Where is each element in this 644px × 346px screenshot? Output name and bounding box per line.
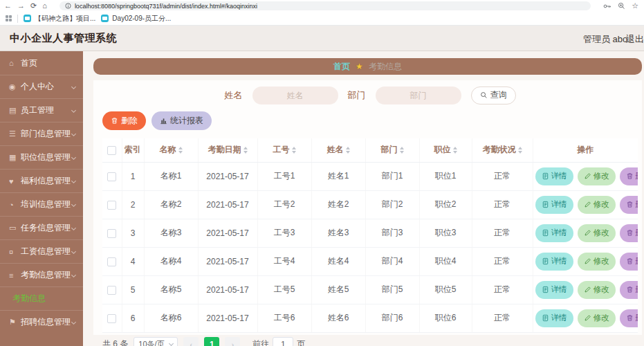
row-edit-label: 修改 xyxy=(594,313,609,323)
sidebar-item-welfare-info-mgmt[interactable]: ♥福利信息管理 xyxy=(0,169,83,192)
apps-grid-icon[interactable] xyxy=(6,15,12,21)
back-icon[interactable]: ← xyxy=(4,2,12,10)
chevron-down-icon xyxy=(71,155,76,160)
home-icon[interactable]: ⌂ xyxy=(42,2,47,10)
address-bar[interactable]: localhost:8080/springbootq731f/admin/dis… xyxy=(59,1,591,10)
sidebar-item-position-info-mgmt[interactable]: ▦职位信息管理 xyxy=(0,145,83,169)
row-detail-button[interactable]: 详情 xyxy=(535,309,573,327)
row-detail-button[interactable]: 详情 xyxy=(535,224,573,242)
query-button[interactable]: 查询 xyxy=(471,86,516,104)
breadcrumb-home[interactable]: 首页 xyxy=(333,61,350,73)
document-icon xyxy=(542,314,549,322)
forward-icon[interactable]: → xyxy=(17,2,25,10)
row-detail-button[interactable]: 详情 xyxy=(535,253,573,271)
password-key-icon[interactable] xyxy=(603,3,611,10)
row-actions-cell: 详情修改删除 xyxy=(533,190,638,219)
column-header-2[interactable]: 考勤日期 xyxy=(198,138,257,162)
dept-input[interactable] xyxy=(376,86,461,104)
logout-link[interactable]: 退出登录 xyxy=(626,33,644,46)
page-size-select[interactable]: 10条/页 xyxy=(134,337,178,346)
sidebar-item-label: 职位信息管理 xyxy=(21,152,71,163)
cell-person: 姓名5 xyxy=(311,275,365,304)
row-edit-button[interactable]: 修改 xyxy=(578,309,616,327)
cell-work_no: 工号2 xyxy=(257,190,311,219)
column-header-5[interactable]: 部门 xyxy=(365,138,419,162)
sort-carets-icon[interactable] xyxy=(518,147,522,154)
sidebar-item-employee-mgmt[interactable]: ▤员工管理 xyxy=(0,98,83,122)
column-header-7[interactable]: 考勤状况 xyxy=(472,138,533,162)
cell-date: 2021-05-17 xyxy=(198,190,257,219)
row-detail-button[interactable]: 详情 xyxy=(535,167,573,185)
row-checkbox[interactable] xyxy=(107,314,116,323)
bookmark-star-icon[interactable]: ☆ xyxy=(632,1,638,10)
sidebar-item-salary-info-mgmt[interactable]: ¤工资信息管理 xyxy=(0,239,83,263)
bookmark-item-2[interactable]: Day02-09-员工分... xyxy=(101,14,171,24)
sort-carets-icon[interactable] xyxy=(292,147,296,154)
sidebar-item-recruitment-info-mgmt[interactable]: ⚑招聘信息管理 xyxy=(0,310,83,334)
row-checkbox[interactable] xyxy=(107,257,116,266)
sidebar-item-personal-center[interactable]: ◉个人中心 xyxy=(0,75,83,98)
prev-page-button[interactable]: ‹ xyxy=(183,337,199,346)
row-checkbox[interactable] xyxy=(107,286,116,295)
next-page-button[interactable]: › xyxy=(225,337,240,346)
divider xyxy=(17,15,18,23)
sidebar-item-training-info-mgmt[interactable]: ◔培训信息管理 xyxy=(0,192,83,216)
row-checkbox[interactable] xyxy=(107,229,116,238)
breadcrumb-current: 考勤信息 xyxy=(369,61,402,73)
row-delete-button[interactable]: 删除 xyxy=(620,253,638,271)
row-edit-button[interactable]: 修改 xyxy=(578,167,616,185)
reload-icon[interactable]: ⟳ xyxy=(30,2,37,10)
row-detail-button[interactable]: 详情 xyxy=(535,281,573,299)
row-delete-button[interactable]: 删除 xyxy=(620,281,638,299)
sidebar-item-home[interactable]: ⌂首页 xyxy=(0,51,83,75)
sort-carets-icon[interactable] xyxy=(243,147,248,154)
select-all-checkbox[interactable] xyxy=(107,146,116,155)
column-header-4[interactable]: 姓名 xyxy=(311,138,365,162)
row-detail-button[interactable]: 详情 xyxy=(535,196,573,214)
bookmark-item-1[interactable]: 【码神之路】项目... xyxy=(24,14,95,24)
current-user-label[interactable]: 管理员 abo xyxy=(583,33,627,46)
column-header-label: 职位 xyxy=(434,144,451,156)
sort-carets-icon[interactable] xyxy=(453,147,457,154)
sidebar-item-task-info-mgmt[interactable]: ▭任务信息管理 xyxy=(0,216,83,239)
list-icon: ☰ xyxy=(9,129,21,138)
column-header-3[interactable]: 工号 xyxy=(257,138,311,162)
row-checkbox[interactable] xyxy=(107,172,116,181)
sidebar-item-department-info-mgmt[interactable]: ☰部门信息管理 xyxy=(0,122,83,145)
sidebar-subitem-attendance-info[interactable]: 考勤信息 xyxy=(0,286,83,310)
cell-person: 姓名3 xyxy=(311,219,365,247)
report-button[interactable]: 统计报表 xyxy=(151,111,212,130)
name-input[interactable] xyxy=(252,86,338,104)
row-delete-button[interactable]: 删除 xyxy=(620,196,638,214)
zoom-icon[interactable] xyxy=(618,2,625,10)
sort-carets-icon[interactable] xyxy=(346,147,350,154)
row-delete-button[interactable]: 删除 xyxy=(620,309,638,327)
table-row: 1名称12021-05-17工号1姓名1部门1职位1正常详情修改删除 xyxy=(102,162,638,190)
column-header-6[interactable]: 职位 xyxy=(419,138,472,162)
site-info-icon[interactable] xyxy=(65,3,71,9)
sort-carets-icon[interactable] xyxy=(400,147,404,154)
row-checkbox[interactable] xyxy=(107,201,116,210)
document-icon xyxy=(542,172,549,180)
page-number-button[interactable]: 1 xyxy=(204,337,219,346)
cell-name: 名称6 xyxy=(144,304,198,332)
row-edit-button[interactable]: 修改 xyxy=(578,224,616,242)
trash-icon xyxy=(111,117,118,125)
row-edit-button[interactable]: 修改 xyxy=(578,253,616,271)
goto-page-input[interactable] xyxy=(273,337,293,346)
row-edit-button[interactable]: 修改 xyxy=(578,281,616,299)
sort-carets-icon[interactable] xyxy=(178,147,183,154)
sidebar-item-attendance-info-mgmt[interactable]: ≡考勤信息管理 xyxy=(0,263,83,286)
bulk-delete-button[interactable]: 删除 xyxy=(102,111,146,130)
row-delete-button[interactable]: 删除 xyxy=(620,224,638,242)
cell-dept: 部门2 xyxy=(365,190,419,219)
column-header-label: 名称 xyxy=(160,144,176,156)
trash-icon xyxy=(626,257,634,265)
column-header-1[interactable]: 名称 xyxy=(144,138,198,162)
row-edit-button[interactable]: 修改 xyxy=(578,196,616,214)
row-delete-button[interactable]: 删除 xyxy=(620,167,638,185)
row-select-cell xyxy=(102,162,122,190)
toolbar: 删除 统计报表 xyxy=(102,111,638,130)
sidebar-item-label: 考勤信息管理 xyxy=(21,269,71,281)
cell-dept: 部门3 xyxy=(365,219,419,247)
